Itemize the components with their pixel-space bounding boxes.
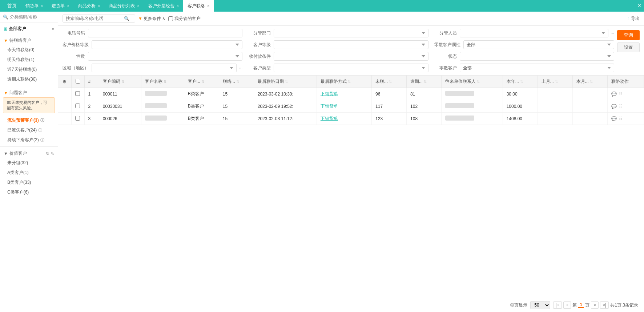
sidebar-section-pending[interactable]: ▼ 待联络客户 — [0, 35, 58, 45]
sidebar-item-overdue[interactable]: 逾期未联络(30) — [0, 74, 58, 84]
search-button[interactable]: 🔍 — [124, 16, 129, 21]
nav-tab-purchaseorder[interactable]: 进货单 × — [47, 0, 73, 12]
filter-type-label: 客户类型 — [248, 65, 274, 71]
td-contactperson — [442, 100, 503, 113]
sidebar-all-customers[interactable]: ⊞ 全部客户 « — [0, 23, 58, 35]
sidebar-item-b-class[interactable]: B类客户(33) — [0, 178, 58, 187]
filter-retail-select[interactable]: 全部 — [460, 64, 614, 72]
nav-tab-customercontact[interactable]: 客户联络 × — [183, 0, 214, 12]
total-pages-label: 共1页,3条记录 — [610, 302, 638, 308]
td-thisyear: 1000.00 — [503, 100, 538, 113]
top-nav: 首页 销货单 × 进货单 × 商品分析 × 商品分析列表 × 客户分层经营 × … — [0, 0, 644, 12]
filter-phone-input[interactable] — [88, 29, 242, 37]
last-method-link[interactable]: 下销货单 — [321, 91, 338, 96]
prev-page-button[interactable]: < — [563, 301, 571, 309]
search-input[interactable] — [66, 16, 124, 21]
th-settings[interactable]: ⚙ — [58, 76, 71, 88]
filter-status-select[interactable] — [460, 52, 614, 61]
th-thismonth[interactable]: 本月...⇅ — [572, 76, 607, 88]
td-action: 💬 ⠿ — [607, 113, 644, 125]
query-button[interactable]: 查询 — [617, 30, 640, 40]
th-lastdate[interactable]: 最后联络日期⇅ — [254, 76, 317, 88]
last-page-button[interactable]: >| — [600, 301, 609, 309]
filter-retail-attr-select[interactable]: 全部 — [463, 40, 614, 49]
action-more-icon[interactable]: ⠿ — [619, 92, 622, 97]
close-all-button[interactable]: × — [638, 3, 641, 9]
th-contactperson[interactable]: 往来单位联系人⇅ — [442, 76, 503, 88]
next-page-button[interactable]: > — [591, 301, 599, 309]
td-contact: 15 — [219, 113, 254, 125]
sidebar-item-7days[interactable]: 近7天待联络(0) — [0, 65, 58, 74]
sidebar-item-tomorrow[interactable]: 明天待联络(1) — [0, 55, 58, 65]
th-name[interactable]: 客户名称⇅ — [141, 76, 184, 88]
settings-button[interactable]: 设置 — [617, 42, 640, 52]
row-checkbox-0[interactable] — [75, 91, 80, 96]
sidebar-item-today[interactable]: 今天待联络(0) — [0, 45, 58, 55]
close-purchaseorder-icon[interactable]: × — [67, 4, 69, 8]
page-label: 第 — [572, 302, 577, 308]
sidebar-item-a-class[interactable]: A类客户(1) — [0, 168, 58, 178]
filter-pricelevel-select[interactable] — [92, 40, 242, 49]
sidebar-item-c-class[interactable]: C类客户(6) — [0, 187, 58, 197]
th-contact[interactable]: 联络...⇅ — [219, 76, 254, 88]
divider2 — [0, 146, 58, 147]
th-uncontacted[interactable]: 未联...⇅ — [372, 76, 407, 88]
td-uncontacted: 117 — [372, 100, 407, 113]
export-icon: ↑ — [628, 16, 630, 21]
action-chat-icon[interactable]: 💬 — [611, 92, 617, 97]
action-more-icon[interactable]: ⠿ — [619, 116, 622, 121]
sidebar-item-ungroup[interactable]: 未分组(32) — [0, 158, 58, 168]
filter-person-select[interactable] — [460, 29, 608, 37]
nav-home[interactable]: 首页 — [3, 3, 21, 9]
my-customers-checkbox[interactable] — [168, 16, 173, 21]
close-analysislist-icon[interactable]: × — [137, 4, 139, 8]
td-contact: 15 — [219, 88, 254, 100]
last-method-link[interactable]: 下销货单 — [321, 104, 338, 109]
th-code[interactable]: 客户编码⇅ — [99, 76, 141, 88]
sidebar-section-value[interactable]: ▼ 价值客户 ↻ ✎ — [0, 148, 58, 158]
row-checkbox-1[interactable] — [75, 104, 80, 108]
action-chat-icon[interactable]: 💬 — [611, 116, 617, 121]
filter-person-dots[interactable]: ··· — [611, 31, 614, 36]
nav-tab-salesorder[interactable]: 销货单 × — [21, 0, 47, 12]
th-overdue[interactable]: 逾期...⇅ — [407, 76, 442, 88]
action-chat-icon[interactable]: 💬 — [611, 104, 617, 109]
nav-tab-analysis[interactable]: 商品分析 × — [74, 0, 104, 12]
td-index: 1 — [84, 88, 99, 100]
filter-level-select[interactable] — [274, 40, 428, 49]
filter-nature-select[interactable] — [88, 52, 242, 61]
search-box: 🔍 — [63, 15, 135, 23]
select-all-checkbox[interactable] — [76, 79, 80, 84]
th-thisyear[interactable]: 本年...⇅ — [503, 76, 538, 88]
row-checkbox-2[interactable] — [75, 116, 80, 121]
th-type[interactable]: 客户...⇅ — [184, 76, 219, 88]
sidebar-item-declining[interactable]: 持续下滑客户(2) ⓘ — [0, 135, 58, 145]
first-page-button[interactable]: |< — [553, 301, 562, 309]
nav-tab-customerlayer[interactable]: 客户分层经营 × — [144, 0, 183, 12]
nav-tab-analysislist[interactable]: 商品分析列表 × — [104, 0, 144, 12]
sort-lastdate-icon: ⇅ — [285, 80, 288, 84]
td-thisyear: 30.00 — [503, 88, 538, 100]
filter-type-select[interactable] — [274, 64, 428, 72]
th-lastmonth[interactable]: 上月...⇅ — [538, 76, 572, 88]
export-button[interactable]: ↑ 导出 — [628, 16, 640, 22]
more-filters-button[interactable]: ▼ 更多条件 ∧ — [138, 16, 165, 22]
close-salesorder-icon[interactable]: × — [41, 4, 43, 8]
filter-region-dots[interactable]: ··· — [239, 65, 242, 70]
close-customercontact-icon[interactable]: × — [207, 4, 209, 8]
sidebar-item-churn-warning[interactable]: 流失预警客户(3) ⓘ — [0, 116, 58, 125]
last-method-link[interactable]: 下销货单 — [321, 116, 338, 121]
close-customerlayer-icon[interactable]: × — [177, 4, 179, 8]
per-page-select[interactable]: 50 100 200 — [530, 301, 550, 309]
action-more-icon[interactable]: ⠿ — [619, 104, 622, 109]
filter-payment-select[interactable] — [274, 52, 428, 61]
filter-region-select[interactable] — [92, 64, 237, 72]
sort-overdue-icon: ⇅ — [424, 80, 427, 84]
th-lastmethod[interactable]: 最后联络方式⇅ — [317, 76, 371, 88]
sidebar-search-input[interactable] — [10, 15, 55, 20]
close-analysis-icon[interactable]: × — [98, 4, 100, 8]
filter-dept-select[interactable] — [274, 29, 428, 37]
sidebar-item-churned[interactable]: 已流失客户(24) ⓘ — [0, 125, 58, 135]
filter-dept: 分管部门 — [248, 29, 428, 37]
sidebar-section-risk[interactable]: ▼ 问题客户 — [0, 88, 58, 97]
